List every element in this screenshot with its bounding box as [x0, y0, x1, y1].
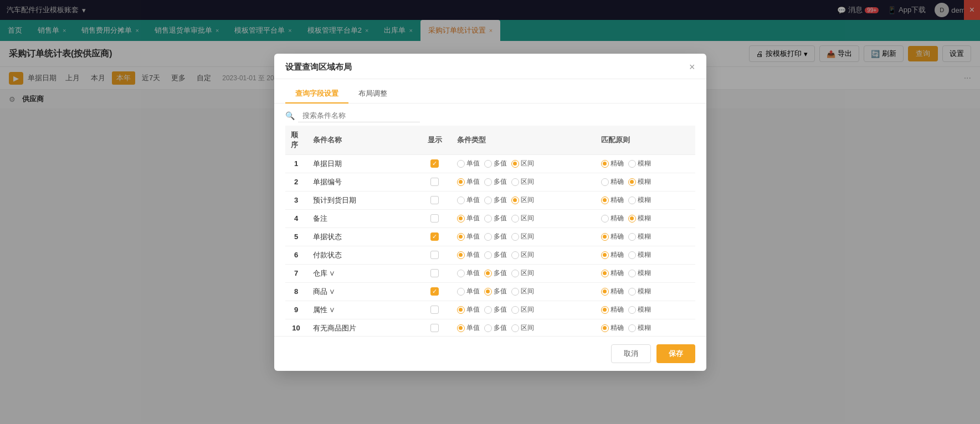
dialog-title: 设置查询区域布局: [285, 62, 352, 73]
dialog-close-button[interactable]: ×: [689, 61, 695, 73]
dialog-search-area: 🔍: [274, 104, 706, 110]
dialog-tab-query-fields[interactable]: 查询字段设置: [285, 85, 348, 104]
dialog-header: 设置查询区域布局 ×: [274, 54, 706, 79]
search-input[interactable]: [298, 109, 420, 110]
dialog-tab-layout-label: 布局调整: [358, 89, 387, 97]
dialog-tab-query-fields-label: 查询字段设置: [295, 89, 338, 97]
dialog: 设置查询区域布局 × 查询字段设置 布局调整 🔍 顺序 条件名称: [274, 54, 706, 110]
modal-overlay: 设置查询区域布局 × 查询字段设置 布局调整 🔍 顺序 条件名称: [0, 0, 980, 109]
dialog-tabs: 查询字段设置 布局调整: [274, 79, 706, 104]
dialog-tab-layout[interactable]: 布局调整: [348, 85, 397, 104]
